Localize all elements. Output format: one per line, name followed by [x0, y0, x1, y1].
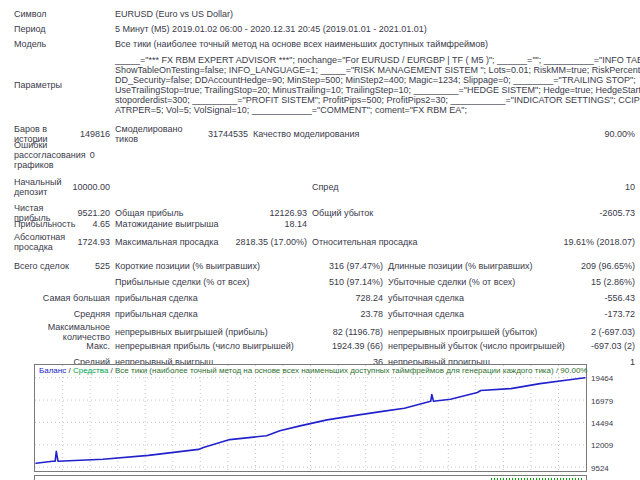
balance-legend-label: Баланс [39, 366, 66, 375]
y-axis-label: 16979 [591, 397, 613, 406]
spread-value: 10 [625, 182, 635, 192]
modeling-section: Баров в истории149816 Смоделировано тико… [0, 124, 640, 138]
strategy-tester-report: Символ EURUSD (Euro vs US Dollar) Период… [0, 0, 640, 480]
parameters-label: Параметры [14, 80, 110, 90]
bars-value: 149816 [80, 129, 110, 139]
balance-curve-svg [35, 365, 586, 471]
errors-value: 0 [90, 150, 95, 160]
period-label: Период [14, 24, 110, 34]
row-largest-trade: Самая большая прибыльная сделка728.24 уб… [0, 290, 640, 306]
balance-chart: Баланс / Средства / Все тики (наиболее т… [34, 364, 587, 472]
trades-section: Всего сделок525 Короткие позиции (% выиг… [0, 258, 640, 370]
symbol-value: EURUSD (Euro vs US Dollar) [115, 9, 635, 19]
row-max-profit: Макс. непрерывная прибыль (число выигрыш… [0, 338, 640, 354]
chart-model-note: Все тики (наиболее точный метод на основ… [115, 366, 554, 375]
symbol-label: Символ [14, 9, 110, 19]
parameters-text: _____="*** FX RBM EXPERT ADVISOR ***"; n… [115, 55, 640, 115]
quality-value: 90.00% [604, 129, 635, 139]
row-drawdown: Абсолютная просадка1724.93 Максимальная … [0, 231, 640, 253]
lot-size-chart [34, 475, 587, 480]
period-value: 5 Минут (M5) 2019.01.02 06:00 - 2020.12.… [115, 24, 635, 34]
chart-y-axis: 194641697914494120099524 [591, 364, 636, 472]
row-model: Модель Все тики (наиболее точный метод н… [0, 36, 640, 51]
settings-section: Символ EURUSD (Euro vs US Dollar) Период… [0, 6, 640, 51]
equity-legend-label: Средства [73, 366, 108, 375]
row-net-profit: Чистая прибыль9521.20 Общая прибыль12126… [0, 203, 640, 217]
row-average-trade: Средняя прибыльная сделка23.78 убыточная… [0, 306, 640, 322]
errors-label: Ошибки рассогласования графиков [14, 140, 86, 170]
ticks-value: 31744535 [208, 129, 248, 139]
deposit-label: Начальный депозит [14, 177, 61, 197]
parameters-section: Параметры _____="*** FX RBM EXPERT ADVIS… [0, 55, 640, 115]
y-axis-label: 12009 [591, 441, 613, 450]
results-section: Чистая прибыль9521.20 Общая прибыль12126… [0, 203, 640, 253]
chart-quality: 90.00% [560, 366, 587, 375]
y-axis-label: 14494 [591, 419, 613, 428]
quality-label: Качество моделирования [253, 129, 359, 139]
spread-label: Спред [312, 182, 338, 192]
row-period: Период 5 Минут (M5) 2019.01.02 06:00 - 2… [0, 21, 640, 36]
row-max-consecutive: Максимальное количество непрерывных выиг… [0, 322, 640, 338]
y-axis-label: 19464 [591, 374, 613, 383]
row-bars: Баров в истории149816 Смоделировано тико… [0, 124, 640, 138]
model-value: Все тики (наиболее точный метод на основ… [115, 39, 635, 49]
deposit-section: Начальный депозит10000.00 Спред10 [0, 176, 640, 198]
model-label: Модель [14, 39, 110, 49]
row-profit-factor: Прибыльность4.65 Матожидание выигрыша18.… [0, 217, 640, 231]
row-profit-trades: Прибыльные сделки (% от всех)510 (97.14%… [0, 274, 640, 290]
row-symbol: Символ EURUSD (Euro vs US Dollar) [0, 6, 640, 21]
errors-section: Ошибки рассогласования графиков0 [0, 139, 640, 171]
chart-legend: Баланс / Средства / Все тики (наиболее т… [39, 366, 587, 375]
deposit-value: 10000.00 [72, 182, 110, 192]
row-total-trades: Всего сделок525 Короткие позиции (% выиг… [0, 258, 640, 274]
y-axis-label: 9524 [591, 464, 609, 473]
